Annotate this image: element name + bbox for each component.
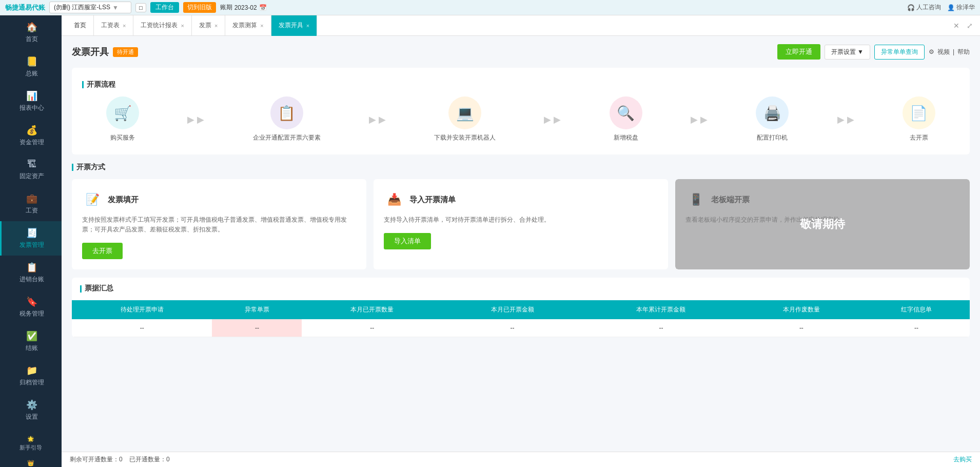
ticket-method-cards: 📝 发票填开 支持按照发票样式手工填写开发票；可开具增值税电子普通发票、增值税普…	[72, 179, 970, 269]
sidebar-item-member[interactable]: 👑 畅会员	[0, 456, 62, 467]
col-header-red-info: 红字信息单	[863, 300, 970, 319]
page-title-area: 发票开具 待开通	[72, 46, 138, 58]
tab-invoice[interactable]: 发票 ×	[192, 15, 225, 36]
top-bar-right: 🎧 人工咨询 👤 徐泽华	[907, 3, 975, 12]
view-icon: ⚙	[929, 48, 934, 55]
sidebar-item-archive[interactable]: 📁 归档管理	[0, 359, 62, 393]
sidebar-label-guide: 新手引导	[19, 444, 42, 452]
sidebar-item-fund[interactable]: 💰 资金管理	[0, 119, 62, 153]
tab-salary-stat[interactable]: 工资统计报表 ×	[133, 15, 191, 36]
tab-invoice-close[interactable]: ×	[214, 23, 218, 29]
col-header-month-qty: 本月已开票数量	[302, 300, 442, 319]
sidebar-label-fund: 资金管理	[19, 138, 44, 147]
content-area: 首页 工资表 × 工资统计报表 × 发票 × 发票测算 × 发票开具 ×	[62, 15, 980, 467]
period-value: 2023-02	[234, 4, 257, 11]
cell-red-info: --	[863, 319, 970, 337]
method-header-manual: 📝 发票填开	[82, 189, 356, 210]
sidebar-label-archive: 归档管理	[19, 378, 44, 387]
guide-icon: 🌟	[27, 436, 34, 442]
tab-salary-table-close[interactable]: ×	[123, 23, 126, 29]
salary-icon: 💼	[26, 193, 37, 204]
sidebar-item-report[interactable]: 📊 报表中心	[0, 84, 62, 119]
sidebar-item-settle[interactable]: ✅ 结账	[0, 324, 62, 359]
method-btn-import[interactable]: 导入清单	[384, 233, 431, 249]
sidebar-bottom: 🌟 新手引导 👑 畅会员 📌 取消固定	[0, 427, 62, 467]
tab-invoice-open-label: 发票开具	[279, 21, 303, 30]
opened-label: 已开通数量：0	[129, 456, 170, 463]
ticket-method-section: 开票方式 📝 发票填开 支持按照发票样式手工填写开发票；可开具增值税电子普通发票…	[72, 163, 970, 269]
buy-link[interactable]: 去购买	[953, 455, 972, 464]
tab-invoice-calc-close[interactable]: ×	[260, 23, 263, 29]
copy-button[interactable]: □	[135, 3, 146, 12]
calendar-icon[interactable]: 📅	[259, 4, 267, 11]
col-header-year-amount: 本年累计开票金额	[582, 300, 739, 319]
main-layout: 🏠 首页 📒 总账 📊 报表中心 💰 资金管理 🏗 固定资产 💼 工资 🧾 发票…	[0, 15, 980, 467]
workflow-step-open: 📄 去开票	[903, 96, 935, 142]
sidebar-label-ledger: 总账	[26, 69, 38, 78]
sidebar-item-home[interactable]: 🏠 首页	[0, 15, 62, 50]
period-label: 账期	[220, 3, 232, 12]
method-icon-import: 📥	[384, 189, 404, 210]
method-btn-manual[interactable]: 去开票	[82, 243, 123, 259]
sidebar-item-guide[interactable]: 🌟 新手引导	[0, 432, 62, 456]
service-button[interactable]: 🎧 人工咨询	[907, 3, 941, 12]
app-logo: 畅捷通易代账	[5, 3, 45, 12]
sidebar-label-invoice: 发票管理	[19, 241, 44, 249]
sidebar-item-asset[interactable]: 🏗 固定资产	[0, 153, 62, 187]
page-actions: 立即开通 开票设置 ▼ 异常单单查询 ⚙ 视频 | 帮助	[777, 44, 970, 60]
boss-overlay: 敬请期待	[675, 179, 970, 269]
method-desc-manual: 支持按照发票样式手工填写开发票；可开具增值税电子普通发票、增值税普通发票、增值税…	[82, 215, 356, 235]
sidebar-item-salary[interactable]: 💼 工资	[0, 187, 62, 221]
status-badge: 待开通	[113, 47, 138, 57]
workflow-steps: 🛒 购买服务 ▶ ▶ 📋 企业开通配置开票六要素 ▶ ▶ 💻 下载并安装开票机器…	[82, 96, 959, 142]
archive-icon: 📁	[26, 365, 37, 376]
workspace-button[interactable]: 工作台	[150, 2, 179, 13]
top-bar-left: 畅捷通易代账 (勿删) 江西服室-LSS ▼ □ 工作台 切到旧版 账期 202…	[5, 2, 267, 13]
cell-month-qty: --	[302, 319, 442, 337]
cell-pending[interactable]: --	[72, 319, 212, 337]
tab-salary-table[interactable]: 工资表 ×	[94, 15, 133, 36]
method-card-import: 📥 导入开票清单 支持导入待开票清单，可对待开票清单进行拆分、合并处理。 导入清…	[374, 179, 668, 269]
workflow-step-config: 📋 企业开通配置开票六要素	[253, 96, 321, 142]
page-header: 发票开具 待开通 立即开通 开票设置 ▼ 异常单单查询 ⚙ 视频 | 帮助	[72, 44, 970, 60]
summary-table: 待处理开票申请 异常单票 本月已开票数量 本月已开票金额 本年累计开票金额 本月…	[72, 300, 970, 337]
help-label[interactable]: 帮助	[957, 48, 970, 56]
col-header-month-amount: 本月已开票金额	[442, 300, 582, 319]
settle-icon: ✅	[26, 330, 37, 342]
fund-icon: 💰	[26, 125, 37, 136]
inout-icon: 📋	[26, 262, 37, 273]
sidebar-label-home: 首页	[26, 35, 38, 44]
tab-invoice-open-close[interactable]: ×	[306, 23, 309, 29]
tab-invoice-open[interactable]: 发票开具 ×	[271, 15, 317, 36]
company-selector[interactable]: (勿删) 江西服室-LSS ▼	[49, 2, 131, 13]
tab-close-all-button[interactable]: ✕	[951, 21, 962, 31]
abnormal-query-button[interactable]: 异常单单查询	[874, 45, 925, 60]
sidebar-item-tax[interactable]: 🔖 税务管理	[0, 290, 62, 324]
cell-abnormal[interactable]: --	[212, 319, 302, 337]
step-icon-buy: 🛒	[106, 96, 139, 129]
tab-restore-button[interactable]: ⤢	[965, 21, 975, 31]
tab-salary-stat-close[interactable]: ×	[181, 23, 184, 29]
service-label: 人工咨询	[916, 3, 941, 12]
view-label[interactable]: 视频	[937, 48, 950, 56]
sidebar-item-invoice[interactable]: 🧾 发票管理	[0, 221, 62, 256]
sidebar-item-inout[interactable]: 📋 进销台账	[0, 256, 62, 290]
step-label-open: 去开票	[910, 133, 928, 142]
bottom-bar-left: 剩余可开通数量：0 已开通数量：0	[70, 455, 170, 464]
old-version-button[interactable]: 切到旧版	[183, 2, 216, 13]
immediate-open-button[interactable]: 立即开通	[777, 44, 820, 60]
ledger-icon: 📒	[26, 56, 37, 67]
sidebar-item-ledger[interactable]: 📒 总账	[0, 50, 62, 84]
open-settings-button[interactable]: 开票设置 ▼	[825, 45, 870, 60]
sidebar-item-settings[interactable]: ⚙️ 设置	[0, 393, 62, 427]
cell-month-amount: --	[442, 319, 582, 337]
summary-section-title: 票据汇总	[80, 284, 962, 293]
company-name: (勿删) 江西服室-LSS	[54, 3, 110, 12]
workflow-step-download: 💻 下载并安装开票机器人	[434, 96, 496, 142]
tax-icon: 🔖	[26, 296, 37, 307]
arrow-3: ▶ ▶	[544, 114, 561, 125]
tab-invoice-calc[interactable]: 发票测算 ×	[225, 15, 271, 36]
user-menu[interactable]: 👤 徐泽华	[947, 3, 975, 12]
remain-label: 剩余可开通数量：0	[70, 456, 123, 463]
tab-home[interactable]: 首页	[67, 15, 94, 36]
